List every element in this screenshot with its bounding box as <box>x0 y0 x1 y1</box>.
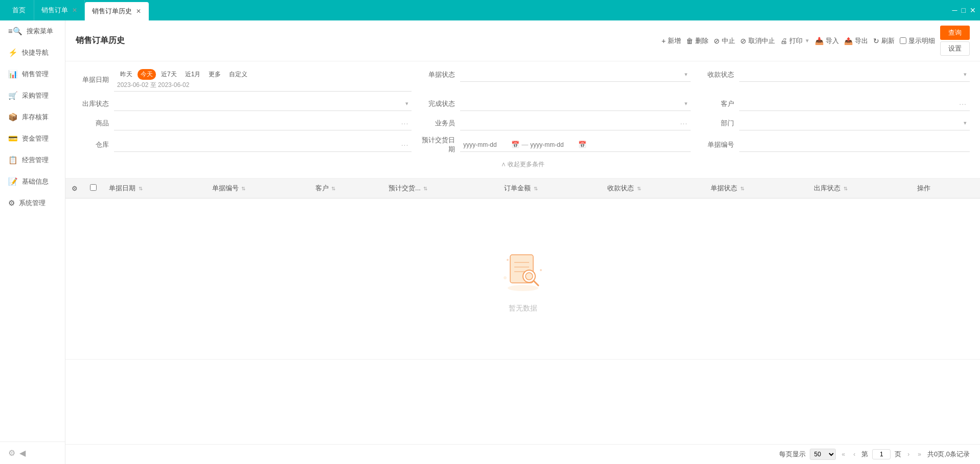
th-out-status[interactable]: 出库状态 ⇅ <box>808 179 911 198</box>
delivery-date-input[interactable]: 📅 — 📅 <box>460 138 691 152</box>
delivery-date-from[interactable] <box>463 141 509 148</box>
sidebar-item-quick-nav[interactable]: ⚡ 快捷导航 <box>0 42 65 63</box>
page-last-button[interactable]: » <box>916 450 923 459</box>
delete-button[interactable]: 🗑 删除 <box>686 36 709 46</box>
filter-cell-doc-number: 单据编号 <box>701 138 970 152</box>
complete-status-chevron: ▾ <box>685 100 688 107</box>
date-tab-more[interactable]: 更多 <box>206 69 224 80</box>
customer-input[interactable]: ··· <box>739 97 970 111</box>
refresh-icon: ↻ <box>873 37 879 45</box>
th-amount[interactable]: 订单金额 ⇅ <box>498 179 601 198</box>
date-tab-7days[interactable]: 近7天 <box>158 69 180 80</box>
warehouse-input[interactable]: ··· <box>114 138 412 152</box>
date-tabs: 昨天 今天 近7天 近1月 更多 自定义 <box>117 69 408 80</box>
filter-row-4: 仓库 ··· 预计交货日期 📅 — 📅 <box>76 136 970 154</box>
th-number[interactable]: 单据编号 ⇅ <box>206 179 309 198</box>
page-next-button[interactable]: › <box>905 450 911 459</box>
th-payment-status[interactable]: 收款状态 ⇅ <box>601 179 704 198</box>
date-tab-custom[interactable]: 自定义 <box>226 69 250 80</box>
date-filter-input[interactable]: 昨天 今天 近7天 近1月 更多 自定义 2023-06-02 至 2023-0… <box>114 68 412 92</box>
sidebar-item-capital-mgmt[interactable]: 💳 资金管理 <box>0 128 65 149</box>
delete-icon: 🗑 <box>686 37 693 45</box>
out-status-label: 出库状态 <box>76 99 114 108</box>
sidebar-item-inventory[interactable]: 📦 库存核算 <box>0 106 65 128</box>
refresh-button[interactable]: ↻ 刷新 <box>873 36 895 46</box>
date-tab-1month[interactable]: 近1月 <box>182 69 204 80</box>
print-button[interactable]: 🖨 打印 ▼ <box>780 36 810 46</box>
table-section: ⚙ 单据日期 ⇅ 单据编号 ⇅ 客户 ⇅ <box>65 179 980 444</box>
select-all-checkbox[interactable] <box>90 184 97 191</box>
product-input[interactable]: ··· <box>114 116 412 130</box>
export-button[interactable]: 📤 导出 <box>844 36 868 46</box>
settings-button[interactable]: 设置 <box>940 41 970 56</box>
tab-sales-order-close[interactable]: ✕ <box>72 7 77 14</box>
tab-sales-history-close[interactable]: ✕ <box>136 8 141 15</box>
th-out-status-sort: ⇅ <box>844 186 848 191</box>
page-header: 销售订单历史 + 新增 🗑 删除 ⊘ 中止 ⊘ 取消中止 <box>65 20 980 61</box>
sidebar-item-base-info[interactable]: 📝 基础信息 <box>0 171 65 192</box>
date-tab-today[interactable]: 今天 <box>138 69 156 80</box>
doc-number-input[interactable] <box>739 138 970 152</box>
sidebar-item-purchase-mgmt[interactable]: 🛒 采购管理 <box>0 85 65 106</box>
sidebar-item-sales-mgmt[interactable]: 📊 销售管理 <box>0 63 65 85</box>
top-tab-bar: 首页 销售订单 ✕ 销售订单历史 ✕ ─ □ ✕ <box>0 0 980 20</box>
th-customer-sort: ⇅ <box>331 186 335 191</box>
warehouse-dots: ··· <box>401 141 409 149</box>
sidebar-item-ops-label: 经营管理 <box>22 156 49 165</box>
delivery-date-to[interactable] <box>530 141 576 148</box>
th-date[interactable]: 单据日期 ⇅ <box>103 179 206 198</box>
sidebar-item-search-menu[interactable]: ≡🔍 搜索菜单 <box>0 20 65 42</box>
th-amount-sort: ⇅ <box>534 186 538 191</box>
th-customer[interactable]: 客户 ⇅ <box>309 179 382 198</box>
content-area: 销售订单历史 + 新增 🗑 删除 ⊘ 中止 ⊘ 取消中止 <box>65 20 980 464</box>
empty-illustration <box>497 245 549 296</box>
date-label: 单据日期 <box>76 75 114 84</box>
sidebar-item-purchase-label: 采购管理 <box>22 91 49 100</box>
page-prev-button[interactable]: ‹ <box>851 450 857 459</box>
query-button[interactable]: 查询 <box>940 26 970 40</box>
date-tab-yesterday[interactable]: 昨天 <box>117 69 135 80</box>
collapse-icon[interactable]: ◀ <box>19 448 26 458</box>
sidebar-item-ops-mgmt[interactable]: 📋 经营管理 <box>0 149 65 171</box>
product-label: 商品 <box>76 119 114 128</box>
cancel-stop-icon: ⊘ <box>740 37 746 45</box>
stop-button[interactable]: ⊘ 中止 <box>714 36 735 46</box>
quick-nav-icon: ⚡ <box>8 48 18 57</box>
settings-icon[interactable]: ⚙ <box>8 448 15 458</box>
dept-input[interactable]: ▾ <box>739 116 970 130</box>
page-size-select[interactable]: 10 20 50 100 <box>810 449 836 460</box>
th-delivery[interactable]: 预计交货... ⇅ <box>382 179 498 198</box>
sidebar-item-sys-mgmt[interactable]: ⚙ 系统管理 <box>0 192 65 214</box>
page-size-label: 每页显示 <box>779 450 806 459</box>
filter-cell-out-status: 出库状态 ▾ <box>76 97 412 111</box>
minimize-icon[interactable]: ─ <box>952 6 958 14</box>
new-button[interactable]: + 新增 <box>662 36 681 46</box>
tab-home[interactable]: 首页 <box>4 0 34 20</box>
th-doc-status[interactable]: 单据状态 ⇅ <box>704 179 808 198</box>
th-settings[interactable]: ⚙ <box>65 179 84 198</box>
doc-status-input[interactable]: ▾ <box>460 68 691 82</box>
capital-icon: 💳 <box>8 134 18 143</box>
display-details-toggle[interactable]: 显示明细 <box>900 36 935 46</box>
filter-row-1: 单据日期 昨天 今天 近7天 近1月 更多 自定义 2023-06-02 <box>76 68 970 92</box>
page-first-button[interactable]: « <box>840 450 848 459</box>
out-status-input[interactable]: ▾ <box>114 97 412 111</box>
salesman-input[interactable]: ··· <box>460 116 691 130</box>
collapse-row[interactable]: ∧ 收起更多条件 <box>76 157 970 172</box>
maximize-icon[interactable]: □ <box>962 6 966 14</box>
tab-sales-history[interactable]: 销售订单历史 ✕ <box>85 2 149 20</box>
tab-sales-order[interactable]: 销售订单 ✕ <box>34 0 85 20</box>
payment-status-label: 收款状态 <box>701 70 739 79</box>
empty-state: 暂无数据 <box>72 204 974 354</box>
page-number-input[interactable] <box>872 449 891 459</box>
window-close-icon[interactable]: ✕ <box>970 6 976 14</box>
payment-status-input[interactable]: ▾ <box>739 68 970 82</box>
print-icon: 🖨 <box>780 37 787 45</box>
th-check[interactable] <box>84 179 103 198</box>
import-button[interactable]: 📥 导入 <box>815 36 839 46</box>
complete-status-input[interactable]: ▾ <box>460 97 691 111</box>
cancel-stop-button[interactable]: ⊘ 取消中止 <box>740 36 775 46</box>
th-delivery-label: 预计交货... <box>389 184 421 192</box>
empty-state-row: 暂无数据 <box>65 198 980 360</box>
display-details-checkbox[interactable] <box>900 37 906 44</box>
